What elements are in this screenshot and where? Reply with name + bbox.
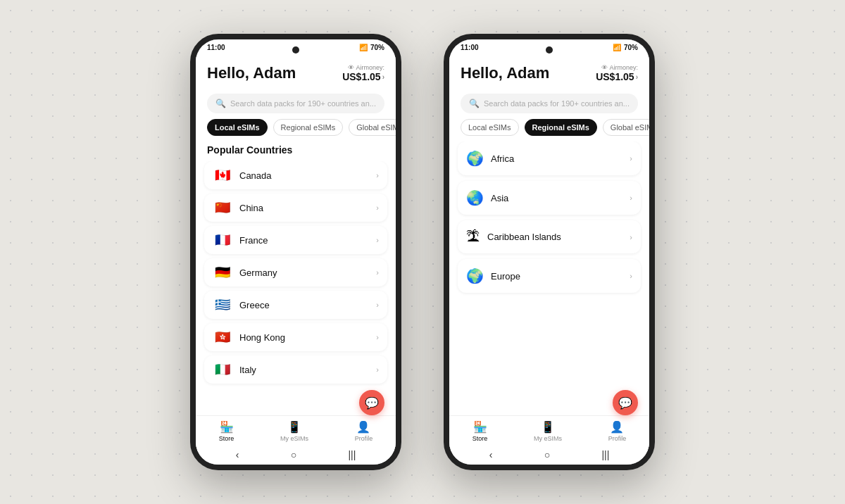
list-item[interactable]: 🇨🇦 Canada › <box>204 161 387 189</box>
tab-global-esim-left[interactable]: Global eSIM <box>349 119 396 136</box>
tabs-left: Local eSIMs Regional eSIMs Global eSIM <box>196 119 396 141</box>
list-item[interactable]: 🇫🇷 France › <box>204 226 387 254</box>
chevron-africa: › <box>630 154 632 163</box>
nav-profile-label-right: Profile <box>608 435 627 442</box>
airmoney-amount-left: US$1.05 › <box>342 71 384 82</box>
chevron-asia: › <box>630 194 632 202</box>
nav-profile-label-left: Profile <box>355 435 373 442</box>
airmoney-box-right[interactable]: 👁 Airmoney: US$1.05 › <box>596 64 638 82</box>
country-left-china: 🇨🇳 China <box>213 201 263 215</box>
tab-global-esim-right[interactable]: Global eSIM <box>603 119 649 136</box>
nav-profile-right[interactable]: 👤 Profile <box>608 420 627 442</box>
phone-content-right: Hello, Adam 👁 Airmoney: US$1.05 › 🔍 <box>449 56 649 465</box>
chevron-china: › <box>376 203 379 212</box>
tab-local-esims-right[interactable]: Local eSIMs <box>461 119 519 136</box>
phones-container: 11:00 📶 70% Hello, Adam 👁 Airmoney: US$1 <box>190 34 655 470</box>
nav-profile-left[interactable]: 👤 Profile <box>355 420 373 442</box>
chevron-canada: › <box>376 171 379 179</box>
status-right-left: 📶 70% <box>359 44 384 51</box>
list-item[interactable]: 🌏 Asia › <box>458 181 641 215</box>
region-list: 🌍 Africa › 🌏 Asia › 🏝 Caribbean Islan <box>449 141 649 415</box>
recents-gesture-right: ||| <box>601 449 609 460</box>
chat-fab-right[interactable]: 💬 <box>613 390 638 415</box>
nav-store-right[interactable]: 🏪 Store <box>472 420 488 442</box>
list-item[interactable]: 🌍 Africa › <box>458 141 641 175</box>
country-list: 🇨🇦 Canada › 🇨🇳 China › 🇫🇷 France <box>196 161 396 415</box>
region-left-asia: 🌏 Asia <box>466 189 508 206</box>
greeting-right: Hello, Adam <box>461 64 549 82</box>
nav-store-label-right: Store <box>472 435 488 442</box>
phone-local: 11:00 📶 70% Hello, Adam 👁 Airmoney: US$1 <box>190 34 401 470</box>
bottom-nav-left: 🏪 Store 📱 My eSIMs 👤 Profile <box>196 415 396 445</box>
search-bar-left[interactable]: 🔍 Search data packs for 190+ countries a… <box>207 94 384 113</box>
bottom-nav-right: 🏪 Store 📱 My eSIMs 👤 Profile <box>449 415 649 445</box>
list-item[interactable]: 🇭🇰 Hong Kong › <box>204 323 387 351</box>
list-item[interactable]: 🇨🇳 China › <box>204 194 387 222</box>
home-gesture-right: ○ <box>544 449 550 460</box>
store-icon-left: 🏪 <box>220 420 234 434</box>
region-name-asia: Asia <box>491 193 508 203</box>
chat-fab-left[interactable]: 💬 <box>359 390 384 415</box>
tab-regional-esims-right[interactable]: Regional eSIMs <box>525 119 597 136</box>
country-left-hongkong: 🇭🇰 Hong Kong <box>213 330 285 344</box>
country-left-italy: 🇮🇹 Italy <box>213 363 256 377</box>
search-bar-right[interactable]: 🔍 Search data packs for 190+ countries a… <box>461 94 638 113</box>
airmoney-chevron-left: › <box>382 73 384 81</box>
phone-regional: 11:00 📶 70% Hello, Adam 👁 Airmoney: US$1 <box>444 34 655 470</box>
region-icon-caribbean: 🏝 <box>466 229 480 245</box>
list-item[interactable]: 🌍 Europe › <box>458 259 641 293</box>
header-right: Hello, Adam 👁 Airmoney: US$1.05 › <box>449 56 649 88</box>
header-left: Hello, Adam 👁 Airmoney: US$1.05 › <box>196 56 396 88</box>
country-name-greece: Greece <box>239 300 270 310</box>
camera-dot <box>292 46 299 53</box>
region-icon-europe: 🌍 <box>466 267 484 284</box>
recents-gesture-left: ||| <box>348 449 356 460</box>
flag-canada: 🇨🇦 <box>213 168 232 182</box>
nav-store-label-left: Store <box>219 435 234 442</box>
flag-france: 🇫🇷 <box>213 233 232 247</box>
search-icon-right: 🔍 <box>469 99 480 108</box>
flag-hongkong: 🇭🇰 <box>213 330 232 344</box>
chevron-europe: › <box>630 272 632 280</box>
airmoney-box-left[interactable]: 👁 Airmoney: US$1.05 › <box>342 64 384 82</box>
phone-content-left: Hello, Adam 👁 Airmoney: US$1.05 › 🔍 <box>196 56 396 465</box>
nav-myesims-left[interactable]: 📱 My eSIMs <box>280 420 308 442</box>
region-name-africa: Africa <box>491 153 514 164</box>
region-left-africa: 🌍 Africa <box>466 150 514 167</box>
region-icon-asia: 🌏 <box>466 189 484 206</box>
nav-myesims-right[interactable]: 📱 My eSIMs <box>534 420 562 442</box>
tabs-right: Local eSIMs Regional eSIMs Global eSIM <box>449 119 649 141</box>
region-left-caribbean: 🏝 Caribbean Islands <box>466 229 561 245</box>
battery-right: 70% <box>624 44 638 51</box>
myesims-icon-right: 📱 <box>541 420 555 434</box>
camera-dot-right <box>546 46 553 53</box>
country-name-germany: Germany <box>239 267 277 278</box>
list-item[interactable]: 🇩🇪 Germany › <box>204 258 387 286</box>
battery-left: 70% <box>370 44 384 51</box>
search-placeholder-right: Search data packs for 190+ countries an.… <box>484 99 630 108</box>
region-name-caribbean: Caribbean Islands <box>487 232 561 242</box>
search-placeholder-left: Search data packs for 190+ countries an.… <box>230 99 376 108</box>
time-left: 11:00 <box>207 44 225 51</box>
gesture-bar-right: ‹ ○ ||| <box>449 445 649 465</box>
section-title-left: Popular Countries <box>196 141 396 161</box>
list-item[interactable]: 🏝 Caribbean Islands › <box>458 220 641 253</box>
profile-icon-right: 👤 <box>610 420 624 434</box>
search-icon-left: 🔍 <box>215 99 226 108</box>
tab-local-esims-left[interactable]: Local eSIMs <box>207 119 268 136</box>
country-name-hongkong: Hong Kong <box>239 332 285 343</box>
home-gesture-left: ○ <box>291 449 296 460</box>
country-left-canada: 🇨🇦 Canada <box>213 168 272 182</box>
nav-store-left[interactable]: 🏪 Store <box>219 420 234 442</box>
store-icon-right: 🏪 <box>473 420 487 434</box>
list-item[interactable]: 🇮🇹 Italy › <box>204 355 387 384</box>
flag-china: 🇨🇳 <box>213 201 232 215</box>
tab-regional-esims-left[interactable]: Regional eSIMs <box>273 119 344 136</box>
chevron-caribbean: › <box>630 233 632 241</box>
country-name-italy: Italy <box>239 365 256 375</box>
list-item[interactable]: 🇬🇷 Greece › <box>204 291 387 319</box>
chevron-hongkong: › <box>376 333 379 341</box>
flag-italy: 🇮🇹 <box>213 363 232 377</box>
chevron-france: › <box>376 236 379 244</box>
chevron-germany: › <box>376 268 379 277</box>
